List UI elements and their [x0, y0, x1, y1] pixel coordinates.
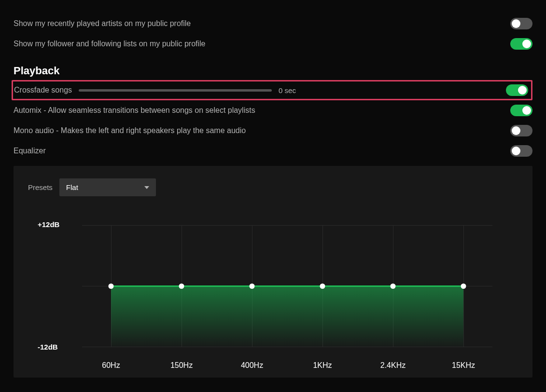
chevron-down-icon: [144, 186, 149, 189]
crossfade-toggle[interactable]: [506, 84, 528, 96]
preset-select[interactable]: Flat: [59, 178, 156, 196]
equalizer-panel: Presets Flat +12dB -12dB 60Hz150Hz400Hz1…: [14, 166, 532, 378]
eq-band-handle[interactable]: [179, 284, 184, 289]
follower-lists-label: Show my follower and following lists on …: [14, 40, 206, 48]
setting-equalizer: Equalizer: [14, 141, 532, 161]
equalizer-toggle[interactable]: [510, 145, 532, 157]
crossfade-label: Crossfade songs: [14, 86, 72, 95]
freq-label: 1KHz: [313, 361, 332, 370]
eq-band-handle[interactable]: [391, 284, 396, 289]
mono-toggle[interactable]: [510, 125, 532, 136]
axis-label-bottom: -12dB: [38, 343, 58, 351]
eq-grid: [82, 223, 492, 349]
setting-recently-played: Show my recently played artists on my pu…: [14, 14, 532, 34]
preset-selected-value: Flat: [66, 183, 78, 191]
follower-lists-toggle[interactable]: [510, 38, 532, 50]
mono-label: Mono audio - Makes the left and right sp…: [14, 126, 246, 135]
recently-played-toggle[interactable]: [510, 18, 532, 29]
freq-label: 60Hz: [102, 361, 120, 370]
eq-band-handle[interactable]: [461, 284, 466, 289]
setting-crossfade: Crossfade songs 0 sec: [12, 80, 532, 100]
freq-label: 400Hz: [241, 361, 263, 370]
automix-label: Automix - Allow seamless transitions bet…: [14, 106, 255, 115]
freq-label: 2.4KHz: [380, 361, 406, 370]
setting-follower-lists: Show my follower and following lists on …: [14, 34, 532, 54]
setting-mono-audio: Mono audio - Makes the left and right sp…: [14, 121, 532, 141]
recently-played-label: Show my recently played artists on my pu…: [14, 19, 191, 28]
automix-toggle[interactable]: [510, 105, 532, 116]
eq-band-handle[interactable]: [250, 284, 255, 289]
setting-automix: Automix - Allow seamless transitions bet…: [14, 100, 532, 121]
eq-band-handle[interactable]: [320, 284, 325, 289]
freq-label: 150Hz: [170, 361, 193, 370]
equalizer-chart: +12dB -12dB 60Hz150Hz400Hz1KHz2.4KHz15KH…: [38, 223, 518, 373]
freq-label: 15KHz: [452, 361, 475, 370]
eq-fill: [111, 286, 463, 347]
equalizer-label: Equalizer: [14, 147, 46, 155]
crossfade-slider[interactable]: [79, 89, 272, 92]
playback-heading: Playback: [14, 65, 532, 77]
axis-label-top: +12dB: [38, 220, 59, 229]
crossfade-value: 0 sec: [279, 86, 296, 95]
eq-band-handle[interactable]: [109, 284, 114, 289]
presets-label: Presets: [28, 183, 53, 191]
